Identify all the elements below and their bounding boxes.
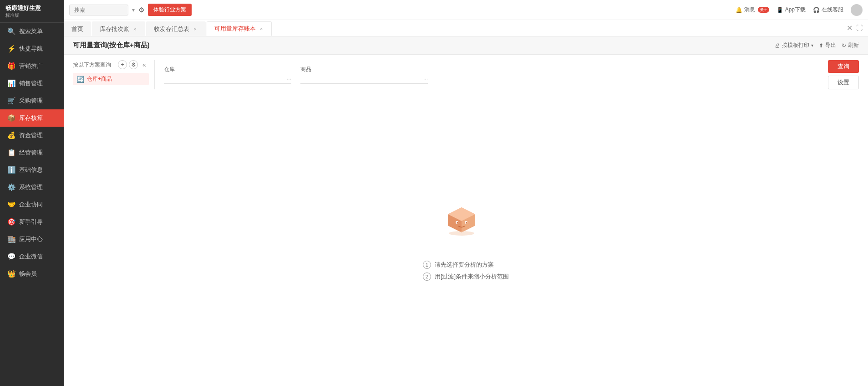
query-btn[interactable]: 查询 <box>828 60 859 73</box>
sidebar-item-系统管理[interactable]: ⚙️系统管理 <box>0 179 64 196</box>
goods-label: 商品 <box>300 66 428 73</box>
warehouse-more-btn[interactable]: ··· <box>287 76 291 82</box>
tab-3[interactable]: 可用量库存账本× <box>207 21 272 36</box>
sidebar-icon: ⚙️ <box>7 183 15 191</box>
warehouse-input[interactable] <box>164 76 284 82</box>
tabs-container: 首页库存批次账×收发存汇总表×可用量库存账本× <box>64 21 273 36</box>
app-download-label: App下载 <box>785 6 806 14</box>
sidebar-item-label: 销售管理 <box>19 79 43 87</box>
sidebar-item-销售管理[interactable]: 📊销售管理 <box>0 75 64 92</box>
message-badge: 99+ <box>758 7 769 13</box>
goods-field: 商品 ··· <box>300 66 428 84</box>
app-download-btn[interactable]: 📱 App下载 <box>777 6 806 14</box>
sidebar-item-企业协同[interactable]: 🤝企业协同 <box>0 196 64 213</box>
scheme-icon: 🔄 <box>76 76 84 83</box>
sidebar-item-经营管理[interactable]: 📋经营管理 <box>0 144 64 161</box>
topbar-right: 🔔 消息 99+ 📱 App下载 🎧 在线客服 <box>736 4 863 16</box>
sidebar-item-资金管理[interactable]: 💰资金管理 <box>0 127 64 144</box>
sidebar-item-label: 营销推广 <box>19 62 43 70</box>
tab-label: 首页 <box>71 25 83 33</box>
tabs-right: ✕ ⛶ <box>841 20 868 36</box>
tip-item-1: 1 请先选择要分析的方案 <box>423 261 509 269</box>
refresh-btn[interactable]: ↻ 刷新 <box>842 41 859 49</box>
sidebar-item-库存核算[interactable]: 📦库存核算 <box>0 109 64 127</box>
print-dropdown-icon[interactable]: ▾ <box>811 43 813 48</box>
sidebar-item-label: 企业微信 <box>19 252 43 261</box>
sidebar-item-采购管理[interactable]: 🛒采购管理 <box>0 92 64 109</box>
tab-label: 收发存汇总表 <box>154 25 189 33</box>
search-input[interactable] <box>69 5 128 15</box>
app-title: 畅康通好生意 <box>5 5 58 12</box>
sidebar-item-label: 基础信息 <box>19 166 43 174</box>
avatar[interactable] <box>851 4 863 16</box>
tab-2[interactable]: 收发存汇总表× <box>146 21 205 36</box>
sidebar-icon: ℹ️ <box>7 166 15 174</box>
app-subtitle: 标准版 <box>5 12 58 19</box>
goods-input[interactable] <box>300 76 421 82</box>
tab-close-btn[interactable]: × <box>132 26 137 32</box>
close-tab-btn[interactable]: ✕ <box>847 24 853 32</box>
main-area: ▾ ⚙ 体验行业方案 🔔 消息 99+ 📱 App下载 🎧 在线客服 首页库存批… <box>64 0 868 386</box>
online-service-btn[interactable]: 🎧 在线客服 <box>813 6 843 14</box>
empty-tips: 1 请先选择要分析的方案 2 用[过滤]条件来缩小分析范围 <box>423 261 509 281</box>
sidebar-item-新手引导[interactable]: 🎯新手引导 <box>0 213 64 231</box>
sidebar-icon: 📦 <box>7 114 15 122</box>
svg-point-6 <box>457 222 458 224</box>
export-icon: ⬆ <box>819 42 823 49</box>
sidebar-item-基础信息[interactable]: ℹ️基础信息 <box>0 161 64 179</box>
sidebar-nav: 🔍搜索菜单⚡快捷导航🎁营销推广📊销售管理🛒采购管理📦库存核算💰资金管理📋经营管理… <box>0 23 64 386</box>
scheme-label: 按以下方案查询 <box>73 61 111 69</box>
filter-scheme-header: 按以下方案查询 + ⚙ « <box>73 60 149 69</box>
goods-more-btn[interactable]: ··· <box>423 76 428 82</box>
scheme-item-warehouse-goods[interactable]: 🔄 仓库+商品 <box>73 73 149 85</box>
sidebar-item-搜索菜单[interactable]: 🔍搜索菜单 <box>0 23 64 40</box>
headset-icon: 🎧 <box>813 7 820 13</box>
industry-btn[interactable]: 体验行业方案 <box>148 4 192 16</box>
empty-state: 1 请先选择要分析的方案 2 用[过滤]条件来缩小分析范围 <box>64 95 868 386</box>
svg-point-8 <box>449 231 474 236</box>
content-area: 可用量查询(按仓库+商品) 🖨 按模板打印 ▾ ⬆ 导出 ↻ 刷新 <box>64 36 868 386</box>
sidebar-icon: 💬 <box>7 252 15 261</box>
empty-box-svg <box>439 201 484 246</box>
sidebar-item-label: 库存核算 <box>19 114 43 122</box>
tab-1[interactable]: 库存批次账× <box>92 21 145 36</box>
sidebar-item-label: 经营管理 <box>19 149 43 157</box>
sidebar-item-label: 快捷导航 <box>19 45 43 53</box>
tab-close-btn[interactable]: × <box>259 26 264 32</box>
sidebar-item-应用中心[interactable]: 🏬应用中心 <box>0 231 64 248</box>
export-btn[interactable]: ⬆ 导出 <box>819 41 836 49</box>
collapse-scheme-btn[interactable]: « <box>140 60 149 69</box>
sidebar-item-快捷导航[interactable]: ⚡快捷导航 <box>0 40 64 57</box>
sidebar-item-企业微信[interactable]: 💬企业微信 <box>0 248 64 265</box>
tip-item-2: 2 用[过滤]条件来缩小分析范围 <box>423 273 509 281</box>
dropdown-icon[interactable]: ▾ <box>132 7 135 13</box>
page-header: 可用量查询(按仓库+商品) 🖨 按模板打印 ▾ ⬆ 导出 ↻ 刷新 <box>64 36 868 55</box>
tab-0[interactable]: 首页 <box>64 21 91 36</box>
sidebar: 畅康通好生意 标准版 🔍搜索菜单⚡快捷导航🎁营销推广📊销售管理🛒采购管理📦库存核… <box>0 0 64 386</box>
edit-scheme-btn[interactable]: ⚙ <box>129 60 138 69</box>
sidebar-item-营销推广[interactable]: 🎁营销推广 <box>0 57 64 75</box>
sidebar-item-畅会员[interactable]: 👑畅会员 <box>0 265 64 283</box>
sidebar-icon: 📋 <box>7 149 15 157</box>
sidebar-item-label: 企业协同 <box>19 201 43 209</box>
tab-close-btn[interactable]: × <box>192 26 198 32</box>
message-btn[interactable]: 🔔 消息 99+ <box>736 6 769 14</box>
sidebar-item-label: 畅会员 <box>19 270 37 278</box>
expand-btn[interactable]: ⛶ <box>856 24 863 31</box>
sidebar-icon: 🔍 <box>7 27 15 36</box>
page-header-actions: 🖨 按模板打印 ▾ ⬆ 导出 ↻ 刷新 <box>775 41 859 49</box>
sidebar-icon: 🏬 <box>7 235 15 243</box>
refresh-icon: ↻ <box>842 42 846 49</box>
message-label: 消息 <box>744 6 755 14</box>
sidebar-icon: 🛒 <box>7 97 15 105</box>
sidebar-item-label: 采购管理 <box>19 97 43 105</box>
goods-input-wrapper: ··· <box>300 74 428 84</box>
settings-btn[interactable]: 设置 <box>828 76 859 89</box>
print-btn[interactable]: 🖨 按模板打印 ▾ <box>775 41 813 49</box>
sidebar-item-label: 新手引导 <box>19 218 43 226</box>
sidebar-logo: 畅康通好生意 标准版 <box>0 0 64 23</box>
gear-icon[interactable]: ⚙ <box>138 6 144 14</box>
filter-actions: 查询 设置 <box>819 60 859 89</box>
sidebar-item-label: 搜索菜单 <box>19 27 43 36</box>
add-scheme-btn[interactable]: + <box>118 60 127 69</box>
